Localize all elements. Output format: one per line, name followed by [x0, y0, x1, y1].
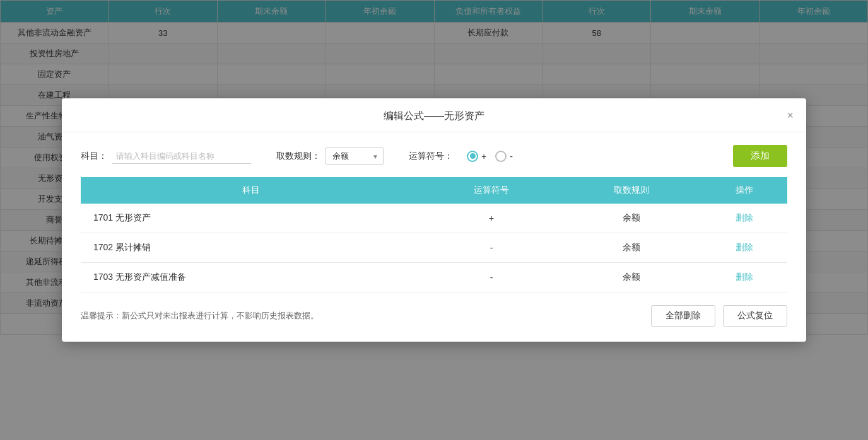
formula-col-header: 取数规则	[561, 177, 701, 204]
operator-minus-radio[interactable]: -	[495, 151, 513, 162]
edit-formula-modal: 编辑公式——无形资产 × 科目： 取数规则： 余额 借方余额 贷方余额 发生额 …	[62, 98, 806, 342]
formula-table-wrap: 科目运算符号取数规则操作 1701 无形资产+余额删除1702 累计摊销-余额删…	[81, 177, 787, 292]
rule-select-wrap: 余额 借方余额 贷方余额 发生额 ▼	[326, 148, 384, 165]
operator-plus-label: +	[481, 151, 486, 161]
formula-subject-cell: 1701 无形资产	[81, 204, 421, 233]
radio-plus-indicator	[467, 151, 478, 162]
reset-formula-button[interactable]: 公式复位	[723, 305, 787, 327]
radio-minus-indicator	[495, 151, 507, 162]
hint-text: 温馨提示：新公式只对未出报表进行计算，不影响历史报表数据。	[81, 310, 319, 321]
operator-group: 运算符号： + -	[409, 151, 513, 162]
formula-row: 1703 无形资产减值准备-余额删除	[81, 263, 787, 292]
formula-row: 1701 无形资产+余额删除	[81, 204, 787, 233]
formula-action-cell: 删除	[701, 263, 787, 292]
rule-label: 取数规则：	[276, 151, 320, 162]
formula-rule-cell: 余额	[561, 204, 701, 233]
formula-subject-cell: 1702 累计摊销	[81, 233, 421, 263]
rule-section: 取数规则： 余额 借方余额 贷方余额 发生额 ▼	[276, 148, 384, 165]
formula-col-header: 科目	[81, 177, 421, 204]
formula-rule-cell: 余额	[561, 233, 701, 263]
delete-row-link[interactable]: 删除	[736, 212, 753, 223]
formula-col-header: 运算符号	[421, 177, 561, 204]
subject-input[interactable]	[112, 149, 251, 164]
operator-minus-label: -	[510, 151, 513, 161]
delete-row-link[interactable]: 删除	[736, 242, 753, 252]
formula-table: 科目运算符号取数规则操作 1701 无形资产+余额删除1702 累计摊销-余额删…	[81, 177, 787, 292]
footer-buttons: 全部删除 公式复位	[651, 305, 787, 327]
modal-footer: 温馨提示：新公式只对未出报表进行计算，不影响历史报表数据。 全部删除 公式复位	[62, 292, 806, 327]
formula-action-cell: 删除	[701, 204, 787, 233]
operator-label: 运算符号：	[409, 151, 453, 162]
formula-form: 科目： 取数规则： 余额 借方余额 贷方余额 发生额 ▼ 运算符号： +	[62, 132, 806, 177]
formula-operator-cell: +	[421, 204, 561, 233]
close-button[interactable]: ×	[787, 110, 794, 121]
formula-col-header: 操作	[701, 177, 787, 204]
delete-all-button[interactable]: 全部删除	[651, 305, 715, 327]
rule-select[interactable]: 余额 借方余额 贷方余额 发生额	[326, 148, 384, 165]
formula-operator-cell: -	[421, 233, 561, 263]
operator-plus-radio[interactable]: +	[467, 151, 486, 162]
subject-label: 科目：	[81, 151, 107, 162]
add-button[interactable]: 添加	[733, 145, 787, 167]
formula-rule-cell: 余额	[561, 263, 701, 292]
formula-action-cell: 删除	[701, 233, 787, 263]
formula-subject-cell: 1703 无形资产减值准备	[81, 263, 421, 292]
modal-header: 编辑公式——无形资产 ×	[62, 98, 806, 132]
modal-title: 编辑公式——无形资产	[384, 110, 484, 123]
formula-row: 1702 累计摊销-余额删除	[81, 233, 787, 263]
delete-row-link[interactable]: 删除	[736, 272, 753, 282]
formula-operator-cell: -	[421, 263, 561, 292]
